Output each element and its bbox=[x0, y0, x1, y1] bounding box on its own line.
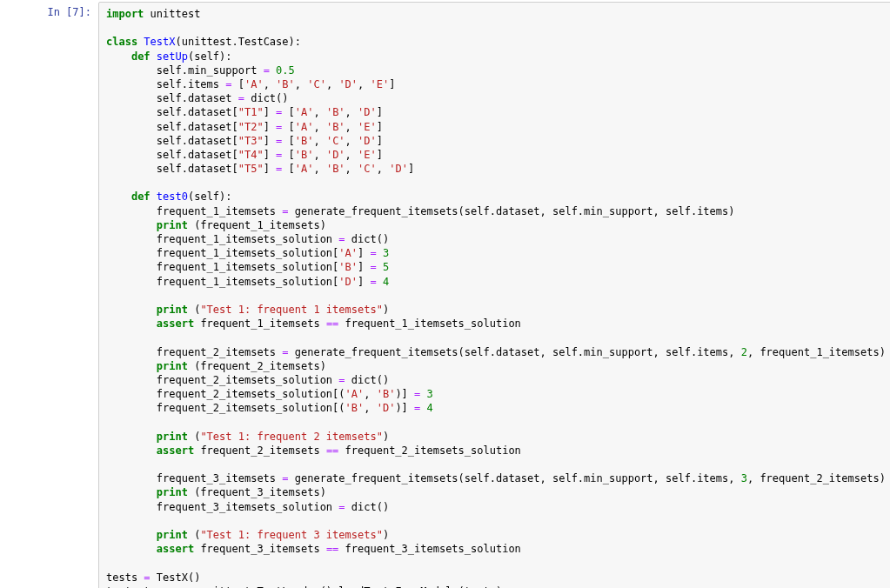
op-eqeq: == bbox=[326, 317, 338, 330]
str: 'E' bbox=[358, 121, 377, 133]
bracket: ] bbox=[264, 121, 276, 133]
bracket: ] bbox=[264, 163, 276, 175]
expr: frequent_1_itemsets bbox=[194, 317, 326, 330]
bracket: [ bbox=[282, 149, 294, 161]
code-line: self.dataset[ bbox=[106, 135, 238, 147]
expr: frequent_3_itemsets bbox=[194, 543, 326, 555]
code-line: frequent_1_itemsets_solution[ bbox=[106, 276, 338, 288]
comma: , bbox=[345, 106, 358, 118]
space bbox=[270, 64, 276, 77]
class-base: (unittest.TestCase): bbox=[175, 36, 301, 48]
str: 'B' bbox=[295, 135, 314, 147]
comma: , bbox=[345, 135, 358, 147]
comma: , bbox=[264, 78, 276, 90]
code-line: frequent_3_itemsets_solution bbox=[106, 501, 338, 513]
comma: , bbox=[313, 163, 325, 175]
str: "Test 1: frequent 1 itemsets" bbox=[200, 304, 383, 316]
bracket: ] bbox=[377, 121, 383, 133]
str: 'A' bbox=[295, 106, 314, 118]
str: 'D' bbox=[326, 149, 345, 161]
str: 'D' bbox=[358, 135, 377, 147]
bracket: ] bbox=[377, 106, 383, 118]
op-eq: = bbox=[264, 64, 270, 77]
str: "T5" bbox=[238, 163, 264, 175]
str: 'B' bbox=[295, 149, 314, 161]
num: 2 bbox=[741, 346, 747, 358]
str: "T3" bbox=[238, 135, 264, 147]
str: 'A' bbox=[295, 121, 314, 133]
op-eq: = bbox=[338, 501, 345, 513]
expr: frequent_2_itemsets bbox=[194, 444, 326, 457]
bracket: [ bbox=[282, 106, 294, 118]
str: "T4" bbox=[238, 149, 264, 161]
paren: ( bbox=[188, 529, 200, 541]
bracket: [ bbox=[282, 163, 294, 175]
comma: , bbox=[345, 149, 358, 161]
call: TestX() bbox=[151, 571, 201, 584]
keyword-print: print bbox=[157, 486, 188, 498]
keyword-assert: assert bbox=[157, 543, 194, 555]
num: 3 bbox=[383, 247, 389, 259]
bracket: ] bbox=[408, 163, 414, 175]
str: "T1" bbox=[238, 106, 264, 118]
func-args: (self): bbox=[188, 50, 232, 63]
str: 'D' bbox=[358, 106, 377, 118]
module-name: unittest bbox=[151, 8, 201, 20]
op-eqeq: == bbox=[326, 444, 338, 457]
op-eq: = bbox=[338, 374, 345, 386]
op-eq: = bbox=[414, 388, 420, 400]
code-line: tests bbox=[106, 571, 144, 584]
expr: frequent_2_itemsets_solution bbox=[338, 444, 521, 457]
code-line: frequent_2_itemsets bbox=[106, 346, 282, 358]
code-input-area[interactable]: import unittest class TestX(unittest.Tes… bbox=[98, 2, 890, 588]
call: generate_frequent_itemsets(self.dataset,… bbox=[289, 346, 741, 358]
str: 'B' bbox=[326, 163, 345, 175]
expr: frequent_1_itemsets_solution bbox=[338, 317, 521, 330]
keyword-print: print bbox=[157, 219, 188, 231]
code-line: frequent_3_itemsets bbox=[106, 472, 282, 484]
comma: , bbox=[377, 163, 389, 175]
code-line: frequent_1_itemsets bbox=[106, 205, 282, 217]
str: 'A' bbox=[345, 388, 365, 400]
code-line: self.dataset[ bbox=[106, 163, 238, 175]
dict-call: dict() bbox=[345, 233, 390, 245]
keyword-print: print bbox=[157, 360, 188, 372]
classname: TestX bbox=[144, 36, 175, 48]
code-line: frequent_1_itemsets_solution bbox=[106, 233, 338, 245]
code-line: self.min_support bbox=[106, 64, 264, 77]
call: generate_frequent_itemsets(self.dataset,… bbox=[289, 472, 741, 484]
bracket: )] bbox=[395, 388, 414, 400]
bracket: [ bbox=[282, 135, 294, 147]
op-eq: = bbox=[282, 472, 288, 484]
keyword-assert: assert bbox=[157, 444, 194, 457]
comma: , bbox=[364, 402, 376, 414]
str: 'B' bbox=[276, 78, 295, 90]
code-line: frequent_2_itemsets_solution[( bbox=[106, 388, 345, 400]
comma: , bbox=[295, 78, 307, 90]
call: , frequent_1_itemsets) bbox=[747, 346, 886, 358]
code-block: import unittest class TestX(unittest.Tes… bbox=[106, 7, 886, 588]
bracket: ] bbox=[389, 78, 395, 90]
dict-call: dict() bbox=[345, 501, 390, 513]
str: "T2" bbox=[238, 121, 264, 133]
paren: ( bbox=[188, 431, 200, 443]
comma: , bbox=[313, 135, 325, 147]
func-setup: setUp bbox=[157, 50, 188, 63]
bracket: ] bbox=[264, 135, 276, 147]
str: 'A' bbox=[338, 247, 358, 259]
str: 'D' bbox=[338, 78, 358, 90]
comma: , bbox=[313, 121, 325, 133]
keyword-print: print bbox=[157, 529, 188, 541]
str: 'B' bbox=[377, 388, 396, 400]
num: 4 bbox=[427, 402, 433, 414]
str: "Test 1: frequent 2 itemsets" bbox=[200, 431, 383, 443]
code-line: frequent_1_itemsets_solution[ bbox=[106, 261, 338, 273]
keyword-assert: assert bbox=[157, 317, 194, 330]
bracket: ] bbox=[377, 149, 383, 161]
str: 'D' bbox=[389, 163, 408, 175]
call: generate_frequent_itemsets(self.dataset,… bbox=[289, 205, 735, 217]
str: 'B' bbox=[326, 106, 345, 118]
dict-call: dict() bbox=[345, 374, 390, 386]
bracket: ] bbox=[358, 276, 370, 288]
str: 'C' bbox=[307, 78, 326, 90]
